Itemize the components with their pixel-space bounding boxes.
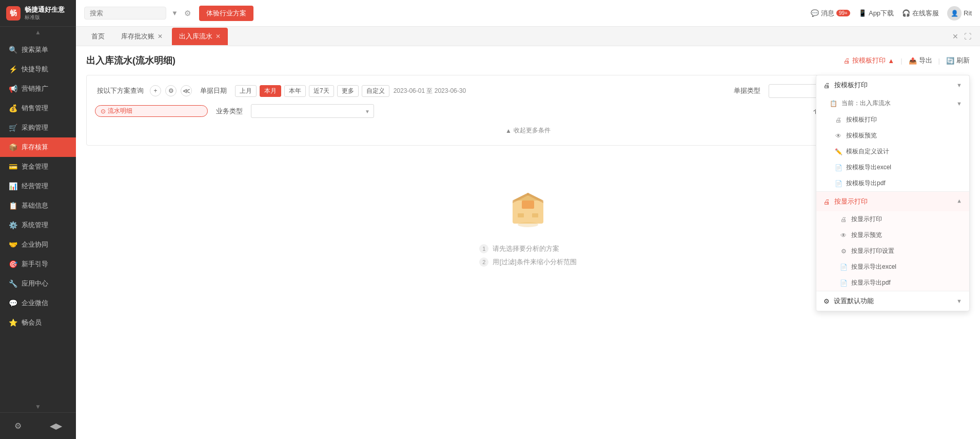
display-print-settings-item[interactable]: ⚙ 按显示打印设置 — [816, 243, 969, 259]
display-preview-item[interactable]: 👁 按显示预览 — [816, 227, 969, 243]
chevron-up-icon-2: ▲ — [505, 127, 512, 134]
empty-state-hint-2: 2 用[过滤]条件来缩小分析范围 — [479, 257, 576, 267]
flow-detail-tag[interactable]: ⊙ 流水明细 — [95, 105, 208, 117]
sidebar: 畅 畅捷通好生意 标准版 ▲ 🔍 搜索菜单 ⚡ 快捷导航 📢 营销推广 💰 销售… — [0, 0, 76, 439]
biz-type-filter-group: 业务类型 ▼ — [216, 104, 805, 118]
tab-home[interactable]: 首页 — [84, 28, 112, 45]
app-download-label: App下载 — [869, 9, 894, 18]
default-label: 设置默认功能 — [834, 296, 874, 306]
date-btn-more[interactable]: 更多 — [337, 85, 359, 97]
date-btn-last-month[interactable]: 上月 — [235, 85, 257, 97]
display-print-item[interactable]: 🖨 按显示打印 — [816, 211, 969, 227]
sidebar-scroll-up[interactable]: ▲ — [0, 27, 76, 38]
date-btn-7days[interactable]: 近7天 — [309, 85, 334, 97]
online-service-button[interactable]: 🎧 在线客服 — [902, 9, 939, 18]
doc-type-label: 单据类型 — [734, 86, 765, 95]
date-btn-custom[interactable]: 自定义 — [362, 85, 389, 97]
collapse-filter-button[interactable]: ≪ — [181, 85, 192, 96]
message-button[interactable]: 💬 消息 99+ — [811, 9, 850, 18]
app-logo-text: 畅捷通好生意 标准版 — [25, 6, 65, 21]
print-template-button[interactable]: 🖨 按模板打印 ▲ — [844, 56, 894, 65]
flow-tab-close-icon[interactable]: ✕ — [215, 33, 221, 40]
avatar-img: 👤 — [947, 6, 962, 21]
sidebar-item-sales[interactable]: 💰 销售管理 — [0, 98, 76, 118]
tab-batch[interactable]: 库存批次账 ✕ — [114, 28, 170, 45]
sidebar-item-newbie[interactable]: 🎯 新手引导 — [0, 254, 76, 274]
display-export-pdf-item[interactable]: 📄 按显示导出pdf — [816, 275, 969, 291]
display-export-excel-item[interactable]: 📄 按显示导出excel — [816, 259, 969, 275]
template-print-item[interactable]: 🖨 按模板打印 — [816, 112, 969, 128]
template-export-pdf-label: 按模板导出pdf — [846, 179, 886, 188]
sidebar-item-shortcut[interactable]: ⚡ 快捷导航 — [0, 59, 76, 79]
refresh-button[interactable]: 🔄 刷新 — [946, 56, 970, 65]
edition-label: 标准版 — [25, 14, 65, 21]
close-window-button[interactable]: ✕ — [951, 32, 959, 41]
sidebar-item-finance[interactable]: 💳 资金管理 — [0, 157, 76, 176]
user-name: Rit — [964, 9, 972, 17]
sidebar-item-operations[interactable]: 📊 经营管理 — [0, 176, 76, 196]
batch-tab-close-icon[interactable]: ✕ — [158, 33, 163, 40]
export-button[interactable]: 📤 导出 — [909, 56, 932, 65]
sidebar-item-member[interactable]: ⭐ 畅会员 — [0, 313, 76, 332]
printer-icon: 🖨 — [824, 82, 830, 89]
template-design-item[interactable]: ✏️ 模板自定义设计 — [816, 144, 969, 159]
sidebar-item-purchase[interactable]: 🛒 采购管理 — [0, 118, 76, 137]
current-template-item[interactable]: 📋 当前：出入库流水 ▼ — [816, 95, 969, 112]
template-preview-item[interactable]: 👁 按模板预览 — [816, 128, 969, 144]
date-btn-this-month[interactable]: 本月 — [260, 85, 281, 97]
sidebar-item-system[interactable]: ⚙️ 系统管理 — [0, 215, 76, 235]
template-print-header[interactable]: 🖨 按模板打印 ▼ — [816, 75, 969, 95]
user-avatar[interactable]: 👤 Rit — [947, 6, 972, 21]
page-toolbar: 🖨 按模板打印 ▲ | 📤 导出 | 🔄 刷新 — [844, 56, 970, 65]
display-print-item-label: 按显示打印 — [851, 215, 882, 224]
print-item-icon: 🖨 — [835, 116, 842, 124]
topbar-gear-icon[interactable]: ⚙ — [184, 9, 191, 18]
flow-tab-label: 出入库流水 — [179, 32, 212, 41]
industry-solution-button[interactable]: 体验行业方案 — [199, 6, 253, 21]
biz-type-input[interactable] — [251, 104, 374, 118]
toolbar-divider-2: | — [938, 57, 940, 65]
sidebar-item-label: 应用中心 — [22, 279, 48, 288]
sidebar-scroll-down[interactable]: ▼ — [0, 401, 76, 412]
collab-icon: 🤝 — [8, 240, 17, 249]
page-title: 出入库流水(流水明细) — [86, 54, 175, 67]
window-controls: ✕ ⛶ — [951, 32, 972, 41]
newbie-icon: 🎯 — [8, 260, 17, 269]
maximize-window-button[interactable]: ⛶ — [964, 32, 972, 41]
date-btn-this-year[interactable]: 本年 — [284, 85, 306, 97]
settings-bottom-icon[interactable]: ⚙ — [11, 418, 25, 434]
svg-point-7 — [518, 222, 538, 227]
refresh-label: 刷新 — [956, 56, 970, 65]
template-export-pdf-item[interactable]: 📄 按模板导出pdf — [816, 175, 969, 191]
date-filter-label: 单据日期 — [200, 86, 231, 95]
topbar-dropdown-icon[interactable]: ▼ — [171, 9, 178, 17]
tab-flow[interactable]: 出入库流水 ✕ — [172, 28, 228, 45]
sidebar-item-basics[interactable]: 📋 基础信息 — [0, 196, 76, 215]
sidebar-item-apps[interactable]: 🔧 应用中心 — [0, 274, 76, 293]
sidebar-item-search[interactable]: 🔍 搜索菜单 — [0, 40, 76, 59]
add-filter-button[interactable]: + — [150, 85, 161, 96]
sidebar-item-collab[interactable]: 🤝 企业协同 — [0, 235, 76, 254]
template-export-excel-item[interactable]: 📄 按模板导出excel — [816, 159, 969, 175]
weixin-icon: 💬 — [8, 298, 17, 308]
display-print-header[interactable]: 🖨 按显示打印 ▼ — [816, 192, 969, 211]
app-download-button[interactable]: 📱 App下载 — [858, 9, 894, 18]
sidebar-item-label: 库存核算 — [22, 143, 48, 152]
pdf-icon: 📄 — [835, 180, 842, 187]
sidebar-logo: 畅 畅捷通好生意 标准版 — [0, 0, 76, 27]
sidebar-item-weixin[interactable]: 💬 企业微信 — [0, 293, 76, 313]
default-settings-header[interactable]: ⚙ 设置默认功能 ▼ — [816, 291, 969, 311]
preview-icon: 👁 — [835, 132, 842, 139]
shortcut-icon: ⚡ — [8, 65, 17, 74]
operations-icon: 📊 — [8, 182, 17, 191]
collapse-sidebar-icon[interactable]: ◀▶ — [47, 418, 65, 434]
tag-icon: ⊙ — [101, 108, 106, 115]
message-label: 消息 — [821, 9, 834, 18]
sidebar-item-inventory[interactable]: 📦 库存核算 — [0, 137, 76, 157]
design-icon: ✏️ — [835, 148, 842, 155]
sidebar-item-label: 采购管理 — [22, 123, 48, 132]
sidebar-item-label: 企业微信 — [22, 298, 48, 308]
settings-filter-button[interactable]: ⚙ — [165, 85, 177, 96]
topbar-search-input[interactable] — [84, 7, 166, 19]
sidebar-item-marketing[interactable]: 📢 营销推广 — [0, 79, 76, 98]
